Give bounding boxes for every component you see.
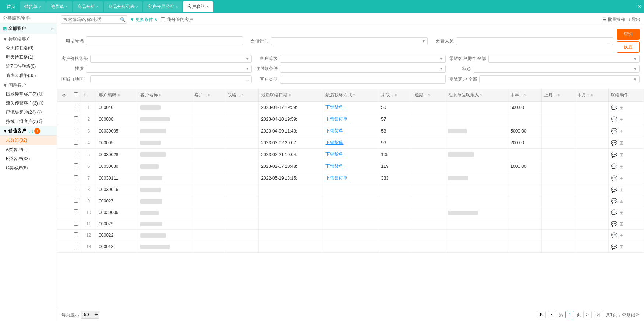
sidebar-item-today-pending[interactable]: 今天待联络(0) [0,43,57,53]
grid-icon[interactable]: ⊞ [619,105,624,110]
tab-customer-tier[interactable]: 客户分层经客 × [143,1,182,12]
per-page-select[interactable]: 50 100 200 [81,311,99,319]
col-last-month[interactable]: 上月... [542,89,575,102]
nature-select[interactable]: ▼ [86,65,252,73]
grid-icon[interactable]: ⊞ [619,232,624,238]
tab-customer-contact[interactable]: 客户联络 × [183,1,213,12]
sidebar-item-7day-pending[interactable]: 近7天待联络(0) [0,62,57,71]
search-icon[interactable]: 🔍 [120,17,126,22]
col-contact-person[interactable]: 往来单位联系人 [446,89,508,102]
grid-icon[interactable]: ⊞ [619,187,624,193]
sidebar-search-input[interactable] [3,15,57,21]
row-checkbox[interactable] [74,221,78,226]
select-all-checkbox[interactable] [74,92,78,97]
manager-input[interactable]: … [456,37,613,45]
chat-icon[interactable]: 💬 [611,221,617,227]
more-conditions-btn[interactable]: ▼ 更多条件 ∧ [130,17,158,23]
collapse-icon[interactable]: « [51,26,54,32]
last-page-button[interactable]: >| [594,311,603,318]
col-last-contact-date[interactable]: 最后联络日期 [259,89,323,102]
chat-icon[interactable]: 💬 [611,244,617,250]
row-checkbox[interactable] [74,232,78,237]
batch-operation-button[interactable]: ☰ 批量操作 [602,17,625,23]
window-close-button[interactable]: × [638,3,641,10]
close-icon[interactable]: × [96,5,99,9]
col-overdue[interactable]: 逾期... [412,89,446,102]
sidebar-item-abnormal-hoarding[interactable]: 囤购异常客户(2) ⓘ [0,89,57,99]
row-checkbox[interactable] [74,175,78,180]
phone-input[interactable] [86,36,243,45]
sidebar-item-churned[interactable]: 已流失客户(24) ⓘ [0,108,57,117]
row-last-contact-method[interactable]: 下销货单 [323,125,379,137]
tab-product-analysis[interactable]: 商品分析 × [73,1,103,12]
dept-select[interactable]: ▼ [271,37,428,45]
col-this-year[interactable]: 本年... [508,89,542,102]
close-icon[interactable]: × [39,5,41,9]
search-input[interactable] [63,17,119,22]
row-checkbox[interactable] [74,244,78,248]
tab-product-list[interactable]: 商品分析列表 × [104,1,143,12]
col-last-contact-method[interactable]: 最后联络方式 [323,89,379,102]
status-select[interactable]: ▼ [474,65,640,73]
col-type[interactable]: 客户... [192,89,225,102]
region-select[interactable]: … [90,75,252,83]
row-last-contact-method[interactable]: 下销货单 [323,102,379,113]
sidebar-item-tomorrow-pending[interactable]: 明天待联络(1) [0,53,57,62]
tab-purchase-order[interactable]: 进货单 × [46,1,72,12]
chat-icon[interactable]: 💬 [611,105,617,110]
scatter-customer-select[interactable]: ▼ [479,75,640,83]
reset-button[interactable]: 设置 [617,41,640,53]
row-last-contact-method[interactable]: 下销货单 [323,160,379,172]
row-last-contact-method[interactable]: 下销售订单 [323,113,379,125]
export-button[interactable]: ↓ 导出 [628,17,640,23]
close-icon[interactable]: × [136,5,138,9]
row-last-contact-method[interactable]: 下销货单 [323,137,379,149]
prev-page-button[interactable]: < [548,311,556,318]
col-this-month[interactable]: 本月... [575,89,608,102]
col-settings[interactable]: ⚙ [57,89,71,102]
my-customers-checkbox[interactable] [161,17,165,22]
sidebar-item-declining[interactable]: 持续下滑客户(2) ⓘ [0,117,57,126]
sidebar-item-class-a[interactable]: A类客户(1) [0,145,57,154]
row-checkbox[interactable] [74,140,78,145]
col-contact[interactable]: 联络... [225,89,259,102]
grid-icon[interactable]: ⊞ [619,175,624,181]
grid-icon[interactable]: ⊞ [619,140,624,146]
col-code[interactable]: 客户编码 [96,89,138,102]
row-checkbox[interactable] [74,198,78,203]
grid-icon[interactable]: ⊞ [619,116,624,122]
close-icon[interactable]: × [176,5,178,9]
row-checkbox[interactable] [74,105,78,109]
customer-type-input[interactable] [280,75,446,84]
grid-icon[interactable]: ⊞ [619,221,624,227]
sidebar-item-unclassified[interactable]: 未分组(32) [0,136,57,145]
row-checkbox[interactable] [74,209,78,214]
home-tab[interactable]: 首页 [3,4,19,10]
scatter-attr-select[interactable]: ▼ [488,55,640,63]
row-checkbox[interactable] [74,152,78,156]
col-name[interactable]: 客户名称 [138,89,192,102]
sidebar-item-class-b[interactable]: B类客户(33) [0,154,57,163]
chat-icon[interactable]: 💬 [611,140,617,146]
grid-icon[interactable]: ⊞ [619,198,624,204]
chat-icon[interactable]: 💬 [611,152,617,158]
chat-icon[interactable]: 💬 [611,163,617,169]
sidebar-item-class-c[interactable]: C类客户(6) [0,163,57,173]
col-not-contact[interactable]: 未联... [379,89,412,102]
grid-icon[interactable]: ⊞ [619,163,624,169]
grid-icon[interactable]: ⊞ [619,209,624,215]
grid-icon[interactable]: ⊞ [619,152,624,158]
grid-icon[interactable]: ⊞ [619,128,624,134]
grid-icon[interactable]: ⊞ [619,244,624,250]
query-button[interactable]: 查询 [617,29,640,40]
value-customer-group-header[interactable]: ▼ 价值客户 ! [0,126,57,136]
chat-icon[interactable]: 💬 [611,175,617,181]
chat-icon[interactable]: 💬 [611,128,617,134]
sidebar-item-churn-warning[interactable]: 流失预警客户(3) ⓘ [0,99,57,108]
chat-icon[interactable]: 💬 [611,187,617,193]
chat-icon[interactable]: 💬 [611,116,617,122]
row-last-contact-method[interactable]: 下销售订单 [323,172,379,184]
row-checkbox[interactable] [74,163,78,168]
chat-icon[interactable]: 💬 [611,198,617,204]
sidebar-item-overdue-contact[interactable]: 逾期未联络(30) [0,71,57,80]
